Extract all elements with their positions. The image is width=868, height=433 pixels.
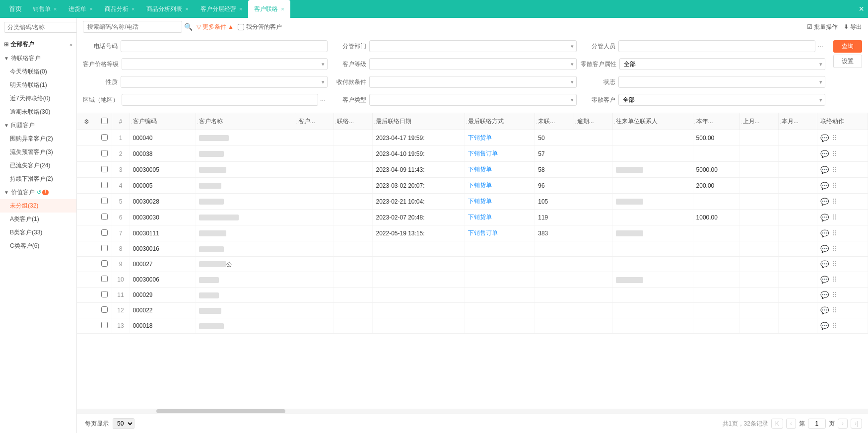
person-input[interactable] <box>618 40 816 52</box>
close-segment-icon[interactable]: × <box>239 6 242 12</box>
value-customers-group[interactable]: ▼ 价值客户 ↺ ! <box>0 186 76 199</box>
sidebar-item-declining[interactable]: 持续下滑客户(2) <box>0 172 76 186</box>
batch-operation-button[interactable]: ☑ 批量操作 <box>807 23 838 31</box>
more-icon[interactable]: ⠿ <box>832 166 837 174</box>
sidebar-search-input[interactable] <box>4 22 77 33</box>
home-tab[interactable]: 首页 <box>4 4 27 13</box>
sidebar-item-today[interactable]: 今天待联络(0) <box>0 65 76 78</box>
col-gear[interactable]: ⚙ <box>77 113 97 130</box>
chat-icon[interactable]: 💬 <box>820 198 829 206</box>
prev-page-button[interactable]: ‹ <box>786 419 796 429</box>
select-all-checkbox[interactable] <box>101 118 108 124</box>
region-ellipsis-icon[interactable]: ··· <box>318 96 328 104</box>
row-checkbox[interactable] <box>97 162 112 178</box>
region-input[interactable] <box>122 94 318 106</box>
sidebar-item-tomorrow[interactable]: 明天待联络(1) <box>0 78 76 92</box>
tab-purchase[interactable]: 进货单 × <box>63 0 98 18</box>
phone-input[interactable] <box>121 40 328 52</box>
export-button[interactable]: ⬇ 导出 <box>844 23 862 31</box>
more-icon[interactable]: ⠿ <box>832 150 837 158</box>
row-checkbox[interactable] <box>97 146 112 162</box>
customer-level-select[interactable] <box>369 58 576 70</box>
filter-search-icon[interactable]: 🔍 <box>184 23 193 31</box>
chat-icon[interactable]: 💬 <box>820 276 829 284</box>
sidebar-item-churn-warning[interactable]: 流失预警客户(3) <box>0 145 76 159</box>
horizontal-scrollbar[interactable] <box>77 409 868 414</box>
chat-icon[interactable]: 💬 <box>820 166 829 174</box>
person-ellipsis-icon[interactable]: ··· <box>815 42 825 50</box>
filter-more-button[interactable]: ▽ 更多条件 ▲ <box>197 23 234 31</box>
query-button[interactable]: 查询 <box>833 40 862 53</box>
chat-icon[interactable]: 💬 <box>820 150 829 158</box>
more-icon[interactable]: ⠿ <box>832 276 837 284</box>
first-page-button[interactable]: K <box>771 419 783 429</box>
nature-select[interactable] <box>121 76 328 88</box>
retail-attr-select[interactable]: 全部 <box>619 58 825 70</box>
row-checkbox[interactable] <box>97 318 112 334</box>
sidebar-item-abnormal[interactable]: 囤购异常客户(2) <box>0 132 76 145</box>
tab-customer-contact[interactable]: 客户联络 × <box>248 0 290 18</box>
row-checkbox[interactable] <box>97 288 112 303</box>
chat-icon[interactable]: 💬 <box>820 214 829 221</box>
more-icon[interactable]: ⠿ <box>832 229 837 237</box>
filter-search-input[interactable] <box>83 21 182 33</box>
chat-icon[interactable]: 💬 <box>820 260 829 268</box>
close-sales-icon[interactable]: × <box>54 6 57 12</box>
next-page-button[interactable]: › <box>838 419 848 429</box>
row-checkbox[interactable] <box>97 272 112 288</box>
reset-button[interactable]: 设置 <box>833 55 862 68</box>
row-checkbox[interactable] <box>97 194 112 210</box>
sidebar-item-classA[interactable]: A类客户(1) <box>0 213 76 226</box>
sidebar-item-ungroup[interactable]: 未分组(32) <box>0 199 76 213</box>
my-customers-check[interactable] <box>238 24 244 30</box>
more-icon[interactable]: ⠿ <box>832 322 837 330</box>
row-checkbox[interactable] <box>97 257 112 272</box>
close-analysis-icon[interactable]: × <box>132 6 134 12</box>
row-checkbox[interactable] <box>97 210 112 225</box>
collapse-icon[interactable]: « <box>69 42 72 48</box>
retail-customer-select[interactable]: 全部 <box>618 94 825 106</box>
tab-customer-segment[interactable]: 客户分层经营 × <box>195 0 248 18</box>
close-purchase-icon[interactable]: × <box>89 6 92 12</box>
sidebar-item-classB[interactable]: B类客户(33) <box>0 226 76 239</box>
more-icon[interactable]: ⠿ <box>832 214 837 221</box>
chat-icon[interactable]: 💬 <box>820 322 829 330</box>
sidebar-item-churned[interactable]: 已流失客户(24) <box>0 159 76 172</box>
page-number-input[interactable] <box>808 419 826 429</box>
row-checkbox[interactable] <box>97 178 112 194</box>
tab-sales[interactable]: 销售单 × <box>27 0 63 18</box>
page-size-select[interactable]: 50 <box>113 418 134 429</box>
sidebar-item-overdue[interactable]: 逾期未联络(30) <box>0 105 76 119</box>
row-checkbox[interactable] <box>97 130 112 146</box>
sidebar-item-7days[interactable]: 近7天待联络(0) <box>0 92 76 105</box>
payment-select[interactable] <box>369 76 576 88</box>
more-icon[interactable]: ⠿ <box>832 134 837 142</box>
chat-icon[interactable]: 💬 <box>820 291 829 299</box>
more-icon[interactable]: ⠿ <box>832 182 837 190</box>
sidebar-item-classC[interactable]: C类客户(6) <box>0 239 76 253</box>
refresh-icon[interactable]: ↺ <box>37 189 41 196</box>
more-icon[interactable]: ⠿ <box>832 198 837 206</box>
more-icon[interactable]: ⠿ <box>832 306 837 314</box>
chat-icon[interactable]: 💬 <box>820 306 829 314</box>
tab-analysis-list[interactable]: 商品分析列表 × <box>140 0 194 18</box>
more-icon[interactable]: ⠿ <box>832 291 837 299</box>
problem-customers-group[interactable]: ▼ 问题客户 <box>0 119 76 132</box>
status-select[interactable] <box>618 76 825 88</box>
row-checkbox[interactable] <box>97 225 112 241</box>
chat-icon[interactable]: 💬 <box>820 229 829 237</box>
close-contact-icon[interactable]: × <box>281 6 284 12</box>
chat-icon[interactable]: 💬 <box>820 182 829 190</box>
pending-contact-group[interactable]: ▼ 待联络客户 <box>0 52 76 65</box>
more-icon[interactable]: ⠿ <box>832 245 837 253</box>
more-icon[interactable]: ⠿ <box>832 260 837 268</box>
all-customers-header[interactable]: ⊞ 全部客户 « <box>0 37 76 52</box>
tab-analysis[interactable]: 商品分析 × <box>99 0 140 18</box>
close-analysis-list-icon[interactable]: × <box>185 6 188 12</box>
dept-select[interactable] <box>369 40 576 52</box>
price-level-select[interactable] <box>122 58 328 70</box>
window-close-button[interactable]: × <box>859 4 864 14</box>
customer-type-select[interactable] <box>369 94 576 106</box>
chat-icon[interactable]: 💬 <box>820 245 829 253</box>
last-page-button[interactable]: ›| <box>851 419 862 429</box>
